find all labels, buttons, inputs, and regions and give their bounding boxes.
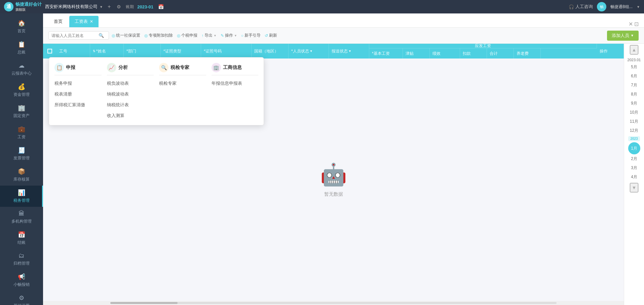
personal-tax-btn[interactable]: ◎ 个税申报: [177, 33, 197, 38]
service-btn[interactable]: 🎧 人工咨询: [569, 4, 593, 10]
export-btn[interactable]: ↑ 导出 ▼: [201, 33, 217, 38]
refresh-btn[interactable]: ↺ 刷新: [265, 33, 277, 38]
user-avatar: 畅: [597, 2, 606, 11]
settings-icon[interactable]: ⚙: [115, 3, 122, 11]
tab-salary-label: 工资表: [75, 18, 88, 25]
tab-salary-table[interactable]: 工资表 ✕: [69, 16, 99, 27]
sidebar-item-archive[interactable]: 🗂 归档管理: [0, 249, 43, 270]
cal-month-7[interactable]: 7月: [624, 81, 644, 90]
dropdown-menu: 📋 申报 税务申报 税表清册 所得税汇算清缴 📈 分析 税负波动表 纳税波动表 …: [49, 57, 264, 125]
tab-bar: 首页 工资表 ✕ ✕ ⊡: [43, 13, 644, 28]
basic-settings-icon: ⚙: [19, 294, 24, 302]
cal-month-6[interactable]: 6月: [624, 72, 644, 81]
select-all-checkbox[interactable]: [47, 49, 52, 53]
th-name: ⇅*姓名: [90, 44, 124, 59]
company-selector[interactable]: 西安虾米网络科技有限公司 ▼: [45, 4, 103, 10]
cal-month-8[interactable]: 8月: [624, 90, 644, 99]
search-wrapper[interactable]: 🔍: [48, 31, 109, 40]
inventory-icon: 📦: [18, 168, 25, 175]
salary-group-subs: *基本工资 津贴 绩效 扣款 合计 养老费: [369, 48, 597, 59]
cal-month-3[interactable]: 3月: [624, 163, 644, 173]
add-person-label: 添加人员: [612, 33, 629, 39]
cal-month-4[interactable]: 4月: [624, 173, 644, 182]
salary-group-label: 应发工资: [369, 44, 597, 48]
cal-month-10[interactable]: 10月: [624, 108, 644, 117]
personal-tax-icon: ◎: [177, 33, 180, 38]
sidebar-item-basic-settings[interactable]: ⚙ 基础设置: [0, 291, 43, 305]
social-security-btn[interactable]: ◎ 统一社保设置: [112, 33, 140, 38]
sidebar-item-tax[interactable]: 📊 税务管理: [0, 186, 43, 207]
th-cert-type: *证照类型: [161, 44, 201, 59]
th-performance: 绩效: [430, 48, 460, 59]
filter-person-status-icon[interactable]: ▼: [310, 49, 313, 53]
menu-item-annual-report[interactable]: 年报信息申报表: [212, 79, 259, 87]
scrollbar-track[interactable]: [110, 302, 557, 304]
sidebar-item-xiaochang[interactable]: 📢 小畅报销: [0, 270, 43, 291]
cal-month-12[interactable]: 12月: [624, 126, 644, 135]
tab-home[interactable]: 首页: [48, 16, 68, 27]
sidebar-item-salary[interactable]: 💼 工资: [0, 122, 43, 143]
close-period-icon: 📅: [18, 231, 25, 238]
sort-icon: ⇅: [93, 49, 96, 53]
menu-item-tax-burden[interactable]: 税负波动表: [107, 79, 154, 87]
sidebar-item-close-period[interactable]: 📅 结账: [0, 228, 43, 249]
top-bar-right: 🎧 人工咨询 畅 畅捷通B组... ▼: [569, 2, 640, 11]
filter-report-status-icon[interactable]: ▼: [348, 49, 351, 53]
calendar-panel: ▲ 2023.01 5月 6月 7月 8月 9月 10月 11月 12月 202…: [624, 44, 644, 305]
cal-month-2[interactable]: 2月: [624, 154, 644, 163]
cal-month-11[interactable]: 11月: [624, 117, 644, 126]
calendar-down-btn[interactable]: ▼: [630, 183, 639, 192]
company-name: 西安虾米网络科技有限公司: [45, 4, 98, 10]
home-icon: 🏠: [18, 20, 25, 27]
menu-item-tax-stats[interactable]: 纳税统计表: [107, 101, 154, 109]
new-guide-btn[interactable]: ○ 新手引导: [241, 33, 261, 38]
sidebar-item-cloud-report[interactable]: ☁ 云报表中心: [0, 59, 43, 80]
sidebar-item-inventory[interactable]: 📦 库存核算: [0, 164, 43, 186]
th-region: 国籍（地区）: [252, 44, 289, 59]
section-declaration-title: 📋 申报: [54, 63, 102, 75]
cal-month-1-active[interactable]: 1月: [628, 142, 640, 154]
menu-item-income-calc[interactable]: 收入测算: [107, 112, 154, 120]
sidebar-item-funds[interactable]: 💰 资金管理: [0, 80, 43, 101]
menu-section-business-info: 🏢 工商信息 年报信息申报表: [212, 63, 259, 120]
th-total: 合计: [487, 48, 514, 59]
search-icon: 🔍: [99, 33, 104, 38]
menu-item-tax-expert[interactable]: 税检专家: [159, 79, 206, 87]
sidebar-item-multi-org[interactable]: 🏛 多机构管理: [0, 207, 43, 228]
sidebar-item-fixed-assets[interactable]: 🏢 固定资产: [0, 101, 43, 122]
scrollbar-thumb[interactable]: [110, 302, 178, 304]
empty-text: 暂无数据: [324, 191, 343, 197]
archive-icon: 🗂: [18, 252, 25, 259]
th-pension: 养老费: [514, 48, 541, 59]
search-input[interactable]: [51, 33, 99, 38]
expand-panel-btn[interactable]: ⊡: [634, 21, 639, 27]
calendar-up-btn[interactable]: ▲: [630, 45, 639, 54]
user-name[interactable]: 畅捷通B组...: [610, 4, 633, 10]
menu-item-income-tax-calc[interactable]: 所得税汇算清缴: [54, 101, 102, 109]
tax-icon: 📊: [18, 189, 25, 196]
operations-icon: ✎: [221, 33, 224, 38]
operations-btn[interactable]: ✎ 操作 ▼: [221, 33, 237, 38]
special-deduction-btn[interactable]: ◎ 专项附加扣除: [144, 33, 173, 38]
menu-section-analysis: 📈 分析 税负波动表 纳税波动表 纳税统计表 收入测算: [107, 63, 154, 120]
add-person-btn[interactable]: 添加人员 ▼: [607, 31, 639, 41]
th-employee-id: 工号: [56, 44, 90, 59]
tab-close-icon[interactable]: ✕: [90, 19, 93, 24]
sidebar-item-home[interactable]: 🏠 首页: [0, 16, 43, 37]
headset-icon: 🎧: [569, 4, 574, 9]
declaration-icon: 📋: [54, 63, 64, 72]
menu-item-tax-declaration[interactable]: 税务申报: [54, 79, 102, 87]
cal-month-5[interactable]: 5月: [624, 63, 644, 72]
close-panel-btn[interactable]: ✕: [629, 21, 633, 27]
social-security-icon: ◎: [112, 33, 115, 38]
sidebar-item-ledger[interactable]: 📋 总账: [0, 37, 43, 59]
top-bar: 通 畅捷通好会计 旗舰版 西安虾米网络科技有限公司 ▼ + ⚙ 账期 2023-…: [0, 0, 644, 13]
checkbox-col-header[interactable]: [43, 49, 56, 53]
cal-month-9[interactable]: 9月: [624, 99, 644, 108]
sidebar-item-invoice[interactable]: 🧾 发票管理: [0, 143, 43, 164]
menu-item-tax-payment[interactable]: 纳税波动表: [107, 90, 154, 98]
calendar-icon[interactable]: 📅: [157, 3, 165, 11]
menu-item-tax-form[interactable]: 税表清册: [54, 90, 102, 98]
analysis-icon: 📈: [107, 63, 116, 72]
add-company-btn[interactable]: +: [106, 2, 112, 11]
